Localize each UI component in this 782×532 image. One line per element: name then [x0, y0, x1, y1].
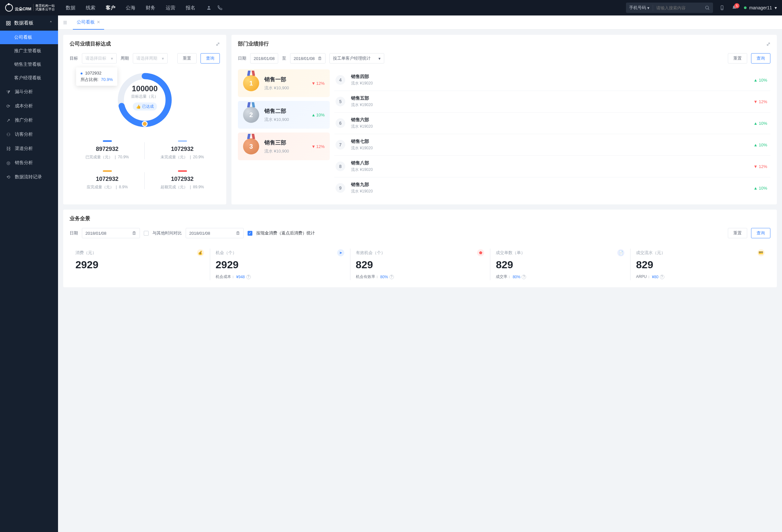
goal-stats: 8972932已完成量（元） | 70.9%1072932未完成量（元） | 2… [70, 135, 220, 195]
search-button[interactable] [702, 5, 713, 10]
sidebar-items: ⧩漏斗分析⟳成本分析↗推广分析⚇访客分析⛓渠道分析◎销售分析⟲数据流转记录 [0, 85, 58, 184]
metric: 成交单数（单）📄829成交率：80%? [490, 247, 630, 281]
rank-date-from[interactable]: 2018/01/08 [250, 53, 278, 64]
overview-date2[interactable]: 2018/01/08 🗓 [186, 228, 244, 238]
notification-bell[interactable]: 5 [732, 5, 737, 10]
topnav-item[interactable]: 客户 [101, 0, 120, 15]
card-goal: 公司业绩目标达成 ⤢ 目标 请选择目标▾ 周期 请选择周期▾ 重置 查询 [63, 35, 226, 204]
user-menu[interactable]: manager11 ▾ [744, 5, 777, 10]
rank-number: 8 [335, 162, 345, 171]
query-button[interactable]: 查询 [751, 53, 771, 64]
topnav-item[interactable]: 线索 [81, 0, 100, 15]
period-select[interactable]: 请选择周期▾ [133, 53, 168, 64]
metric-icon: 💳 [757, 249, 765, 256]
goal-gauge: 1072932 所占比例: 70.9% 100000 目标总量（元） [70, 69, 220, 131]
calendar-icon: 🗓 [236, 231, 240, 236]
topnav-item[interactable]: 运营 [161, 0, 180, 15]
sidebar-icon: ⟲ [6, 174, 11, 180]
help-icon[interactable]: ? [246, 275, 251, 279]
svg-rect-7 [9, 24, 10, 25]
period-label: 周期 [120, 56, 129, 61]
query-button[interactable]: 查询 [201, 53, 220, 64]
rank-number: 5 [335, 97, 345, 106]
arrow-up-icon: ▲ [753, 121, 757, 126]
topnav-item[interactable]: 公海 [121, 0, 140, 15]
target-select[interactable]: 请选择目标▾ [82, 53, 117, 64]
rank-podium: 1销售一部流水 ¥10,900▼ 12%2销售二部流水 ¥10,900▲ 10%… [238, 69, 330, 199]
topnav-item[interactable]: 财务 [141, 0, 160, 15]
tab-company-dashboard[interactable]: 公司看板 ✕ [73, 15, 104, 30]
arrow-down-icon: ▼ [311, 144, 316, 149]
collapse-sidebar-button[interactable] [63, 20, 68, 25]
gauge-total: 100000 [131, 84, 158, 93]
sidebar-item[interactable]: 销售主管看板 [0, 58, 58, 71]
svg-point-1 [706, 6, 709, 9]
podium-item[interactable]: 3销售三部流水 ¥10,900▼ 12% [238, 133, 330, 160]
card-goal-title: 公司业绩目标达成 [70, 41, 111, 47]
medal-icon: 3 [243, 138, 259, 154]
sidebar-item[interactable]: ⟳成本分析 [0, 99, 58, 113]
brand-name: 云朵CRM [15, 7, 31, 11]
metric: 成交流水（元）💳829ARPU：¥80? [630, 247, 771, 281]
sidebar-item[interactable]: ⚇访客分析 [0, 127, 58, 142]
podium-item[interactable]: 1销售一部流水 ¥10,900▼ 12% [238, 69, 330, 97]
global-search: 手机号码 ▾ [626, 3, 713, 13]
thumb-up-icon: 👍 [136, 104, 141, 109]
expand-icon[interactable]: ⤢ [766, 41, 771, 47]
help-icon[interactable]: ? [522, 275, 526, 279]
svg-point-10 [142, 121, 147, 127]
sidebar-icon: ⛓ [6, 146, 11, 151]
close-icon[interactable]: ✕ [97, 20, 100, 25]
rank-row[interactable]: 5销售五部流水 ¥19020▼ 12% [334, 91, 771, 112]
rank-row[interactable]: 9销售九部流水 ¥19020▲ 10% [334, 177, 771, 199]
gauge-tooltip: 1072932 所占比例: 70.9% [76, 67, 117, 86]
rank-date-to[interactable]: 2018/01/08 🗓 [290, 53, 326, 64]
arrow-up-icon: ▲ [753, 78, 757, 82]
compare-checkbox[interactable] [144, 231, 149, 236]
sidebar-group-dashboard[interactable]: 数据看板 ˄ [0, 15, 58, 31]
podium-item[interactable]: 2销售二部流水 ¥10,900▲ 10% [238, 101, 330, 129]
sidebar-item[interactable]: ⧩漏斗分析 [0, 85, 58, 99]
query-button[interactable]: 查询 [751, 228, 771, 238]
svg-rect-6 [6, 24, 8, 25]
svg-rect-5 [9, 21, 10, 23]
topnav-item[interactable]: 数据 [61, 0, 80, 15]
sidebar-item[interactable]: 公司看板 [0, 31, 58, 44]
rank-row[interactable]: 6销售六部流水 ¥19020▲ 10% [334, 112, 771, 134]
search-input[interactable] [653, 5, 702, 10]
sidebar-icon: ↗ [6, 118, 11, 123]
help-icon[interactable]: ? [660, 275, 664, 279]
user-icon[interactable] [206, 5, 211, 10]
metric-icon: ➤ [337, 249, 344, 256]
sidebar-item[interactable]: 推广主管看板 [0, 44, 58, 58]
sidebar-item[interactable]: ↗推广分析 [0, 113, 58, 127]
topnav-item[interactable]: 报名 [181, 0, 200, 15]
sidebar-item[interactable]: ◎销售分析 [0, 156, 58, 170]
card-overview: 业务全景 日期 2018/01/08 🗓 与其他时间对比 2018/01/08 … [63, 210, 777, 287]
reset-button[interactable]: 重置 [177, 53, 197, 64]
sidebar-item[interactable]: 客户经理看板 [0, 71, 58, 85]
overview-date1[interactable]: 2018/01/08 🗓 [82, 228, 140, 238]
rank-groupby-select[interactable]: 按工单客户经理统计▾ [329, 53, 384, 64]
arrow-down-icon: ▼ [311, 81, 316, 86]
reset-button[interactable]: 重置 [728, 228, 747, 238]
top-nav-icons [206, 5, 222, 10]
phone-icon[interactable] [217, 5, 222, 10]
sidebar-item[interactable]: ⟲数据流转记录 [0, 170, 58, 184]
username: manager11 [749, 5, 772, 10]
mobile-icon[interactable] [719, 5, 724, 10]
reset-button[interactable]: 重置 [728, 53, 747, 64]
rank-row[interactable]: 8销售八部流水 ¥19020▼ 12% [334, 156, 771, 177]
chevron-down-icon: ▾ [162, 56, 164, 61]
search-type-select[interactable]: 手机号码 ▾ [626, 5, 653, 11]
svg-point-3 [722, 9, 722, 9]
goal-stat: 1072932超额完成（元） | 89.9% [145, 165, 220, 195]
expand-icon[interactable]: ⤢ [216, 41, 220, 47]
app-header: 云朵CRM 教育机构一站 式服务云平台 数据线索客户公海财务运营报名 手机号码 … [0, 0, 782, 15]
sidebar-item[interactable]: ⛓渠道分析 [0, 142, 58, 156]
help-icon[interactable]: ? [389, 275, 394, 279]
rank-row[interactable]: 7销售七部流水 ¥19020▲ 10% [334, 134, 771, 156]
rank-row[interactable]: 4销售四部流水 ¥19020▲ 10% [334, 69, 771, 91]
stat-mode-checkbox[interactable]: ✓ [248, 231, 252, 236]
metric: 消费（元）💰2929 [70, 247, 210, 281]
